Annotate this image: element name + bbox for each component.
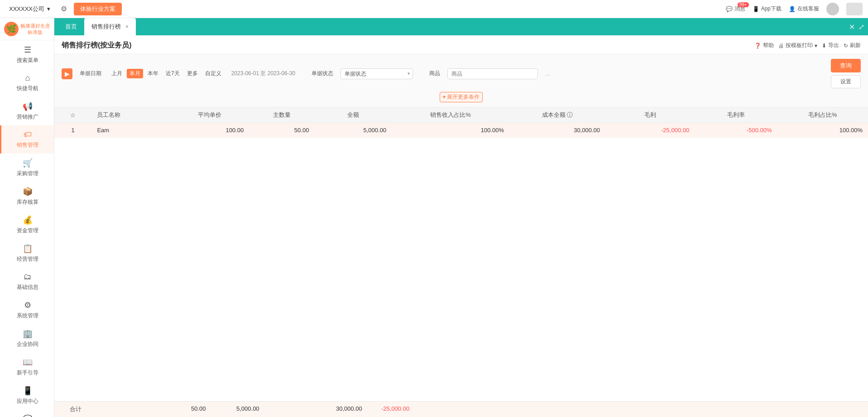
- date-label: 单据日期: [80, 70, 101, 77]
- industry-button[interactable]: 体验行业方案: [74, 3, 122, 15]
- avatar[interactable]: [826, 3, 839, 15]
- th-idx: ☆: [54, 107, 91, 123]
- user-name-placeholder[interactable]: [846, 3, 863, 15]
- sidebar-item-capital[interactable]: 💰 资金管理: [0, 211, 54, 239]
- basic-icon: 🗂: [24, 272, 32, 282]
- sidebar-item-enterprise[interactable]: 🏢 企业协同: [0, 324, 54, 353]
- tab-bar-right: ✕ ⤢: [849, 23, 864, 31]
- enterprise-icon: 🏢: [23, 329, 33, 339]
- th-name: 员工名称: [91, 107, 170, 123]
- export-button[interactable]: ⬇ 导出: [822, 42, 839, 49]
- status-select-wrap: 单据状态: [340, 68, 413, 79]
- footer-main-qty-val: 50.00: [191, 405, 236, 413]
- message-badge: 99+: [738, 2, 749, 7]
- th-sales-pct: 销售收入占比%: [392, 107, 509, 123]
- date-opt-last-month[interactable]: 上月: [109, 69, 125, 78]
- sidebar-item-marketing[interactable]: 📢 营销推广: [0, 97, 54, 125]
- tab-close-btn[interactable]: ✕: [849, 23, 855, 31]
- more-link[interactable]: ...: [545, 71, 550, 77]
- query-button[interactable]: 查询: [831, 59, 861, 72]
- sidebar-item-wechat[interactable]: 💬 企业微信: [0, 410, 54, 417]
- tab-bar: 首页 销售排行榜 × ✕ ⤢: [54, 18, 868, 35]
- sidebar: 🌿 畅康通好生意 标准版 ☰ 搜索菜单 ⌂ 快捷导航 📢 营销推广 🏷 销售管理…: [0, 18, 54, 417]
- filter-expand-row: ▾ 展开更多条件: [62, 92, 861, 102]
- date-opt-more[interactable]: 更多: [184, 69, 201, 78]
- sidebar-item-sales[interactable]: 🏷 销售管理: [0, 125, 54, 153]
- status-select[interactable]: 单据状态: [340, 68, 413, 79]
- date-opt-7days[interactable]: 近7天: [163, 69, 182, 78]
- capital-icon: 💰: [23, 215, 33, 225]
- main-layout: 🌿 畅康通好生意 标准版 ☰ 搜索菜单 ⌂ 快捷导航 📢 营销推广 🏷 销售管理…: [0, 18, 868, 417]
- query-area: 查询 设置: [831, 59, 861, 88]
- rankings-table: ☆ 员工名称 平均单价 主数量: [54, 107, 868, 138]
- footer-spacer: [282, 405, 336, 413]
- tab-home[interactable]: 首页: [58, 18, 84, 35]
- table-wrap: ☆ 员工名称 平均单价 主数量: [54, 107, 868, 401]
- cell-gross: -25,000.00: [605, 123, 695, 138]
- company-selector[interactable]: XXXXXX公司 ▾: [5, 3, 54, 15]
- message-button[interactable]: 💬 消息 99+: [726, 5, 745, 13]
- operation-icon: 📋: [23, 244, 33, 254]
- sidebar-item-operation[interactable]: 📋 经营管理: [0, 239, 54, 268]
- sales-icon: 🏷: [24, 130, 32, 139]
- tab-sales-ranking[interactable]: 销售排行榜 ×: [84, 18, 136, 35]
- print-button[interactable]: 🖨 按模板打印 ▾: [778, 42, 817, 49]
- th-avg-price: 平均单价: [170, 107, 249, 123]
- cell-name: Eam: [91, 123, 170, 138]
- app-download-button[interactable]: 📱 App下载: [753, 5, 782, 13]
- sidebar-item-basic[interactable]: 🗂 基础信息: [0, 268, 54, 296]
- wechat-icon: 💬: [23, 414, 33, 417]
- status-label: 单据状态: [312, 70, 333, 77]
- cell-idx: 1: [54, 123, 91, 138]
- sidebar-item-inventory[interactable]: 📦 库存核算: [0, 182, 54, 211]
- content-area: 首页 销售排行榜 × ✕ ⤢ 销售排行榜(按业务员) ❓ 帮助: [54, 18, 868, 417]
- goods-label: 商品: [429, 70, 440, 77]
- sidebar-item-shortcut[interactable]: ⌂ 快捷导航: [0, 69, 54, 97]
- sidebar-item-purchase[interactable]: 🛒 采购管理: [0, 153, 54, 182]
- refresh-icon: ↻: [844, 43, 848, 49]
- cell-gross-rate: -500.00%: [695, 123, 777, 138]
- filter-arrow-btn[interactable]: ▶: [62, 68, 72, 79]
- footer-gross: -25,000.00: [381, 405, 427, 413]
- settings-icon[interactable]: ⚙: [58, 3, 70, 15]
- system-icon: ⚙: [24, 300, 31, 310]
- th-gross-rate: 毛利率: [695, 107, 777, 123]
- tab-close-icon[interactable]: ×: [125, 24, 129, 30]
- inventory-icon: 📦: [23, 187, 33, 197]
- sidebar-item-system[interactable]: ⚙ 系统管理: [0, 296, 54, 324]
- goods-input[interactable]: [447, 68, 538, 79]
- date-opt-this-year[interactable]: 本年: [145, 69, 161, 78]
- footer-total: 5,000.00: [236, 405, 282, 413]
- setting-button[interactable]: 设置: [831, 75, 861, 88]
- print-icon: 🖨: [778, 43, 784, 49]
- table-header-row: ☆ 员工名称 平均单价 主数量: [54, 107, 868, 123]
- cell-total: 5,000.00: [314, 123, 392, 138]
- date-opt-custom[interactable]: 自定义: [202, 69, 224, 78]
- th-gross: 毛利: [605, 107, 695, 123]
- sidebar-logo: 🌿 畅康通好生意 标准版: [0, 18, 54, 40]
- top-bar: XXXXXX公司 ▾ ⚙ 体验行业方案 💬 消息 99+ 📱 App下载 👤 在…: [0, 0, 868, 18]
- search-menu-icon: ☰: [24, 45, 31, 55]
- date-range: 2023-06-01 至 2023-06-30: [231, 70, 295, 77]
- online-service-button[interactable]: 👤 在线客服: [789, 5, 819, 13]
- sidebar-item-apps[interactable]: 📱 应用中心: [0, 381, 54, 410]
- date-options: 上月 本月 本年 近7天 更多 自定义: [109, 69, 224, 78]
- logo-icon: 🌿: [4, 22, 19, 36]
- sidebar-item-guide[interactable]: 📖 新手引导: [0, 353, 54, 381]
- table-row: 1 Eam 100.00 50.00: [54, 123, 868, 138]
- sidebar-item-search[interactable]: ☰ 搜索菜单: [0, 40, 54, 69]
- filter-expand-button[interactable]: ▾ 展开更多条件: [440, 92, 483, 102]
- footer-label: 合计: [60, 405, 155, 413]
- tab-restore-btn[interactable]: ⤢: [858, 23, 864, 31]
- cell-gross-pct: 100.00%: [777, 123, 868, 138]
- date-opt-this-month[interactable]: 本月: [127, 69, 143, 78]
- help-button[interactable]: ❓ 帮助: [754, 42, 774, 49]
- service-icon: 👤: [789, 6, 796, 12]
- cell-main-qty: 50.00: [249, 123, 314, 138]
- company-dropdown-icon: ▾: [47, 5, 50, 12]
- print-dropdown-icon: ▾: [815, 43, 817, 49]
- refresh-button[interactable]: ↻ 刷新: [844, 42, 861, 49]
- cell-cost: 30,000.00: [509, 123, 605, 138]
- footer-cost: 30,000.00: [336, 405, 381, 413]
- th-cost: 成本全额 ⓘ: [509, 107, 605, 123]
